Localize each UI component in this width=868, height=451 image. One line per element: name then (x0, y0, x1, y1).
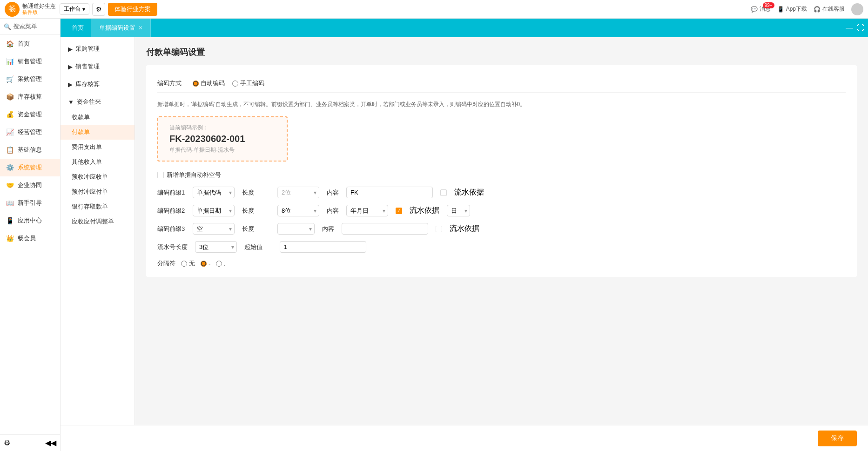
sec-menu-payment[interactable]: 付款单 (61, 125, 135, 140)
sales-icon: 📊 (6, 57, 14, 66)
prefix2-row: 编码前缀2 单据日期 长度 8位 内容 (157, 205, 846, 216)
main-layout: 🔍 搜索菜单 🏠 首页 📊 销售管理 🛒 采购管理 📦 库存核算 💰 (0, 19, 868, 451)
sec-menu-receipt[interactable]: 收款单 (61, 110, 135, 125)
sep-dash-radio[interactable]: - (201, 260, 210, 267)
prefix3-length-wrapper (277, 223, 315, 235)
prefix3-length-select[interactable] (277, 223, 315, 235)
prefix2-content-select[interactable]: 年月日 (346, 205, 388, 216)
sidebar-item-enterprise[interactable]: 🤝 企业协同 (0, 176, 60, 194)
sec-menu-bank-deposit[interactable]: 银行存取款单 (61, 199, 135, 214)
prefix2-serial-checkbox[interactable]: ✓ (396, 208, 402, 214)
content-area: 首页 单据编码设置 ✕ — ⛶ ▶ 采购管理 (61, 19, 868, 451)
page-title: 付款单编码设置 (146, 47, 857, 58)
prefix3-select[interactable]: 空 (193, 223, 235, 235)
prefix1-content-input[interactable] (346, 187, 433, 198)
prefix2-content-wrapper: 年月日 (346, 205, 388, 216)
prefix2-length-label: 长度 (242, 207, 270, 215)
sidebar-item-inventory[interactable]: 📦 库存核算 (0, 88, 60, 106)
prefix3-content-label: 内容 (322, 225, 334, 233)
sep-none-radio-input[interactable] (181, 261, 187, 267)
sec-menu-capital[interactable]: ▼ 资金往来 (61, 94, 135, 110)
auto-code-radio-input[interactable] (193, 81, 199, 87)
manual-code-radio-input[interactable] (232, 81, 238, 87)
search-menu-button[interactable]: 🔍 搜索菜单 (0, 19, 60, 35)
sec-group-inventory: ▶ 库存核算 (61, 76, 135, 92)
enterprise-icon: 🤝 (6, 181, 14, 189)
vip-icon: 👑 (6, 234, 14, 242)
prefix2-serial-unit-select[interactable]: 日 (447, 205, 470, 216)
collapse-icon[interactable]: ◀◀ (45, 438, 56, 447)
tab-encoding[interactable]: 单据编码设置 ✕ (92, 19, 151, 37)
sidebar-item-home[interactable]: 🏠 首页 (0, 35, 60, 53)
message-button[interactable]: 💬 消息 99+ (751, 5, 771, 13)
sidebar-item-vip[interactable]: 👑 畅会员 (0, 229, 60, 247)
prefix2-serial-unit-wrapper: 日 (447, 205, 470, 216)
sec-menu-other-income[interactable]: 其他收入单 (61, 155, 135, 169)
auto-fill-checkbox[interactable] (157, 172, 164, 178)
prefix2-select[interactable]: 单据日期 (193, 205, 235, 216)
coding-method-radio-group: 自动编码 手工编码 (193, 79, 264, 88)
prefix3-label: 编码前缀3 (157, 225, 185, 233)
tab-bar: 首页 单据编码设置 ✕ — ⛶ (61, 19, 868, 37)
sec-menu-inventory[interactable]: ▶ 库存核算 (61, 76, 135, 92)
sep-dot-radio[interactable]: . (216, 260, 226, 267)
prefix3-content-input[interactable] (342, 223, 428, 235)
prefix1-label: 编码前缀1 (157, 188, 185, 197)
prefix2-length-select[interactable]: 8位 (277, 205, 319, 216)
manual-code-radio[interactable]: 手工编码 (232, 79, 264, 88)
sep-dash-radio-input[interactable] (201, 261, 207, 267)
workspace-dropdown[interactable]: 工作台 ▾ (60, 3, 89, 15)
sec-menu-sales[interactable]: ▶ 销售管理 (61, 59, 135, 74)
workspace-label: 工作台 (64, 5, 81, 13)
system-icon: ⚙️ (6, 163, 14, 172)
tab-close-icon[interactable]: ✕ (138, 25, 143, 31)
sidebar-item-newguide[interactable]: 📖 新手引导 (0, 194, 60, 212)
trial-button[interactable]: 体验行业方案 (108, 3, 157, 16)
serial-length-select[interactable]: 3位 (195, 241, 237, 253)
settings-button[interactable]: ⚙ (92, 3, 105, 16)
prefix3-length-label: 长度 (242, 225, 270, 233)
prefix3-serial-checkbox[interactable] (436, 226, 442, 232)
sidebar-item-basic[interactable]: 📋 基础信息 (0, 141, 60, 159)
sec-group-purchase: ▶ 采购管理 (61, 41, 135, 57)
prefix2-serial-label: 流水依据 (410, 206, 439, 215)
coding-method-row: 编码方式 自动编码 手工编码 (157, 74, 846, 93)
settings-icon[interactable]: ⚙ (4, 438, 10, 447)
prefix1-serial-checkbox[interactable] (440, 189, 447, 196)
sidebar-item-finance[interactable]: 💰 资金管理 (0, 106, 60, 123)
content-panel: ▶ 采购管理 ▶ 销售管理 ▶ 库存核算 (61, 37, 868, 425)
separator-label: 分隔符 (157, 259, 175, 268)
sec-menu-prepay-pay[interactable]: 预付冲应付单 (61, 184, 135, 199)
tab-expand-button[interactable]: ⛶ (857, 24, 864, 32)
logo-text: 畅通道好生意 插件版 (22, 3, 56, 16)
tab-home[interactable]: 首页 (64, 19, 92, 37)
sidebar-item-operations[interactable]: 📈 经营管理 (0, 123, 60, 141)
sec-menu-expense[interactable]: 费用支出单 (61, 140, 135, 155)
service-icon: 🎧 (814, 6, 821, 13)
prefix1-serial-label: 流水依据 (454, 188, 484, 197)
online-service-button[interactable]: 🎧 在线客服 (814, 5, 845, 13)
coding-method-label: 编码方式 (157, 79, 182, 88)
preview-code: FK-20230602-001 (169, 134, 276, 144)
sidebar-item-appcenter[interactable]: 📱 应用中心 (0, 212, 60, 229)
sec-menu-ap-adjust[interactable]: 应收应付调整单 (61, 214, 135, 229)
tab-minimize-button[interactable]: — (846, 24, 853, 32)
sep-dot-radio-input[interactable] (216, 261, 222, 267)
sep-none-radio[interactable]: 无 (181, 259, 195, 268)
prefix1-select[interactable]: 单据代码 (193, 187, 235, 198)
app-download-button[interactable]: 📱 App下载 (777, 5, 807, 13)
save-button[interactable]: 保存 (818, 431, 857, 446)
start-value-input[interactable] (280, 241, 366, 253)
prefix1-length-select[interactable]: 2位 (277, 187, 319, 198)
prefix2-label: 编码前缀2 (157, 207, 185, 215)
top-bar: 畅 畅通道好生意 插件版 工作台 ▾ ⚙ 体验行业方案 💬 消息 99+ 📱 A… (0, 0, 868, 19)
user-avatar[interactable] (851, 3, 863, 15)
sidebar-item-sales[interactable]: 📊 销售管理 (0, 53, 60, 70)
sidebar-item-system[interactable]: ⚙️ 系统管理 (0, 159, 60, 176)
sidebar-item-purchase[interactable]: 🛒 采购管理 (0, 70, 60, 88)
sec-menu-prepay-recv[interactable]: 预收冲应收单 (61, 169, 135, 184)
appcenter-icon: 📱 (6, 216, 14, 225)
prefix3-serial-label: 流水依据 (450, 224, 479, 234)
sec-menu-purchase[interactable]: ▶ 采购管理 (61, 41, 135, 57)
auto-code-radio[interactable]: 自动编码 (193, 79, 225, 88)
